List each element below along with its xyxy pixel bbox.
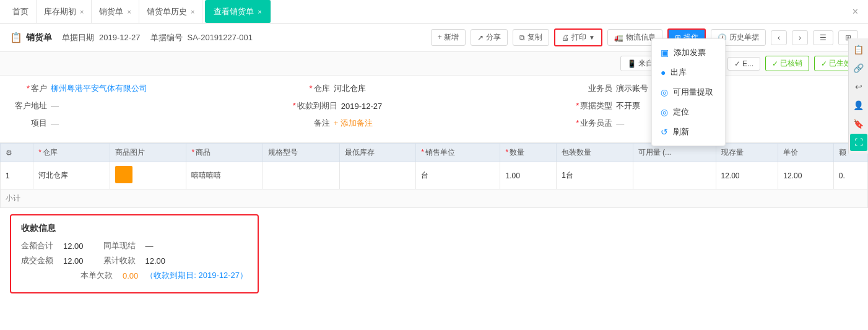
prev-doc-button[interactable]: ‹ [771, 30, 787, 45]
tab-bar: 首页 库存期初 × 销货单 × 销货单历史 × 查看销货单 × × [0, 0, 868, 24]
sidebar-icon-3[interactable]: ↩ [850, 78, 867, 95]
settings-icon: ⚙ [6, 149, 12, 157]
available-qty-icon: ◎ [661, 87, 668, 97]
doc-title: 📋 销货单 [10, 32, 52, 43]
th-settings: ⚙ [1, 144, 33, 162]
tab-inventory-label: 库存期初 [44, 6, 76, 17]
sold-out-tag[interactable]: ✓ 已核销 [765, 56, 809, 71]
sidebar-icon-2[interactable]: 🔗 [850, 59, 867, 77]
cell-current-stock: 12.00 [716, 162, 778, 189]
th-min-stock: 最低库存 [339, 144, 416, 162]
project-group: 项目 — [10, 118, 293, 129]
next-doc-button[interactable]: › [792, 30, 808, 45]
tab-sales-order[interactable]: 销货单 × [92, 0, 139, 23]
th-warehouse: 仓库 [33, 144, 110, 162]
sub-action-bar: 📱 来自手机 未开票 ✓ E... ✓ 已核销 ✓ 已生效 [0, 52, 868, 76]
dropdown-refresh[interactable]: ↺ 刷新 [652, 122, 725, 142]
cell-pack-qty: 1台 [557, 162, 633, 189]
payment-row-1: 金额合计 12.00 同单现结 — [21, 240, 248, 251]
outbound-icon: ● [661, 67, 666, 77]
cell-image [110, 162, 186, 189]
total-received-label: 累计收款 [103, 255, 141, 266]
outstanding-label: 本单欠款 [80, 270, 118, 281]
phone-icon: 📱 [627, 59, 636, 68]
locate-icon: ◎ [661, 107, 668, 117]
th-quantity: 数量 [500, 144, 557, 162]
th-product: 商品 [186, 144, 263, 162]
print-icon: 🖨 [562, 33, 569, 42]
check-icon-2: ✓ [821, 59, 827, 68]
address-group: 客户地址 — [10, 100, 293, 111]
payment-row-3: 本单欠款 0.00 （收款到期日: 2019-12-27） [21, 270, 248, 281]
th-image: 商品图片 [110, 144, 186, 162]
customer-value[interactable]: 柳州粤港平安气体有限公司 [51, 83, 147, 94]
total-received-value: 12.00 [145, 256, 166, 266]
customer-label: 客户 [10, 83, 47, 94]
tab-sales-history-close[interactable]: × [191, 8, 194, 15]
table-header-row: ⚙ 仓库 商品图片 商品 规格型号 最低库存 销售单位 数量 包装数量 可用量 … [1, 144, 868, 162]
deal-amount-label: 成交金额 [21, 255, 58, 266]
th-current-stock: 现存量 [716, 144, 778, 162]
dropdown-locate[interactable]: ◎ 定位 [652, 102, 725, 122]
tab-home[interactable]: 首页 [5, 0, 37, 23]
window-close-button[interactable]: × [848, 6, 863, 17]
th-unit-price: 单价 [778, 144, 833, 162]
form-row-3: 项目 — 备注 + 添加备注 业务员盂 — [10, 118, 858, 129]
doc-header: 📋 销货单 单据日期 2019-12-27 单据编号 SA-20191227-0… [0, 24, 868, 52]
tab-view-sales-close[interactable]: × [258, 8, 261, 15]
tab-view-sales[interactable]: 查看销货单 × [205, 0, 271, 23]
th-available: 可用量 (... [633, 144, 716, 162]
dropdown-add-invoice-label: 添加发票 [674, 47, 706, 58]
dropdown-add-invoice[interactable]: ▣ 添加发票 [652, 43, 725, 63]
print-button[interactable]: 🖨 打印 ▼ [554, 28, 602, 46]
tab-inventory[interactable]: 库存期初 × [37, 0, 92, 23]
bottom-section: 收款信息 金额合计 12.00 同单现结 — 成交金额 12.00 [0, 208, 868, 300]
tab-sales-order-label: 销货单 [99, 6, 123, 17]
dropdown-available-qty[interactable]: ◎ 可用量提取 [652, 82, 725, 102]
warehouse-value: 河北仓库 [334, 83, 366, 94]
operation-dropdown: ▣ 添加发票 ● 出库 ◎ 可用量提取 ◎ 定位 ↺ 刷新 [651, 38, 726, 146]
new-button[interactable]: + 新增 [431, 29, 466, 46]
data-table: ⚙ 仓库 商品图片 商品 规格型号 最低库存 销售单位 数量 包装数量 可用量 … [0, 143, 868, 208]
sidebar-icon-4[interactable]: 👤 [850, 97, 867, 114]
cell-spec [263, 162, 340, 189]
cell-unit-price: 12.00 [778, 162, 833, 189]
sidebar-icon-1[interactable]: 📋 [850, 41, 867, 58]
due-date-label: 收款到期日 [293, 100, 337, 111]
doc-actions: + 新增 ↗ 分享 ⧉ 复制 🖨 打印 ▼ 🚛 物流信息 [431, 28, 858, 46]
cell-product: 嘻嘻嘻嘻 [186, 162, 263, 189]
payment-info: 收款信息 金额合计 12.00 同单现结 — 成交金额 12.00 [10, 214, 259, 293]
form-row-1: 客户 柳州粤港平安气体有限公司 仓库 河北仓库 业务员 演示账号 [10, 83, 858, 94]
dropdown-available-qty-label: 可用量提取 [673, 87, 713, 98]
subtotal-label: 小计 [1, 189, 868, 208]
doc-title-label: 销货单 [26, 32, 52, 43]
confirm-button[interactable]: ✓ E... [727, 57, 760, 71]
tab-inventory-close[interactable]: × [80, 8, 84, 15]
tab-sales-history[interactable]: 销货单历史 × [139, 0, 202, 23]
total-amount-value: 12.00 [63, 241, 84, 251]
due-date-value: 2019-12-27 [341, 102, 383, 111]
address-label: 客户地址 [10, 100, 47, 111]
total-amount-label: 金额合计 [21, 240, 58, 251]
sidebar-icon-5[interactable]: 🔖 [850, 115, 867, 132]
project-value: — [51, 119, 59, 128]
note-add[interactable]: + 添加备注 [334, 118, 373, 129]
th-spec: 规格型号 [263, 144, 340, 162]
cell-warehouse: 河北仓库 [33, 162, 110, 189]
sidebar-icon-6[interactable]: ⛶ [850, 134, 867, 151]
note-group: 备注 + 添加备注 [293, 118, 576, 129]
tab-sales-history-label: 销货单历史 [147, 6, 187, 17]
product-thumbnail [115, 166, 132, 183]
share-button[interactable]: ↗ 分享 [471, 29, 508, 46]
deal-amount-value: 12.00 [63, 256, 84, 266]
print-chevron-icon: ▼ [589, 34, 595, 41]
list-view-button[interactable]: ☰ [813, 30, 833, 45]
share-icon: ↗ [477, 33, 484, 42]
cell-unit: 台 [416, 162, 500, 189]
total-amount-item: 金额合计 12.00 [21, 240, 84, 251]
copy-button[interactable]: ⧉ 复制 [513, 29, 549, 46]
table-row: 1 河北仓库 嘻嘻嘻嘻 台 1.00 1台 12.00 12.00 [1, 162, 868, 189]
due-date-group: 收款到期日 2019-12-27 [293, 100, 576, 111]
tab-sales-order-close[interactable]: × [127, 8, 131, 15]
dropdown-outbound[interactable]: ● 出库 [652, 63, 725, 82]
